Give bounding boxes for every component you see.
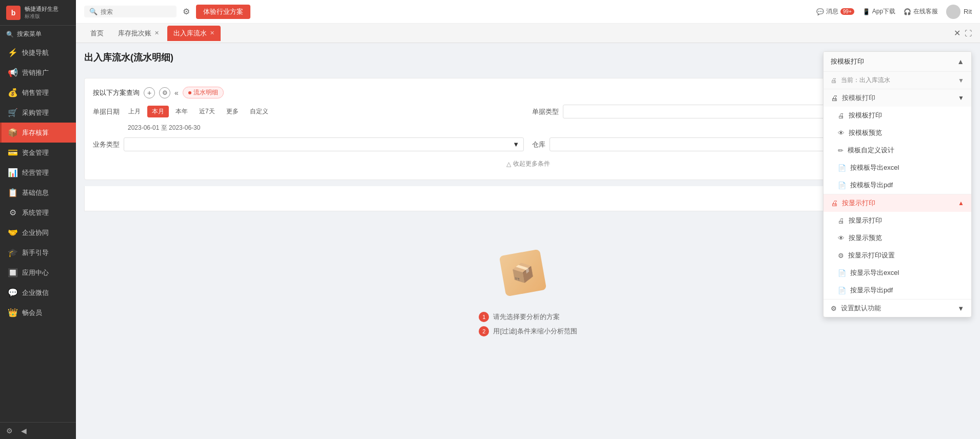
tab-home[interactable]: 首页: [84, 26, 110, 41]
template-export-excel-label: 按模板导出excel: [850, 163, 899, 172]
template-section-icon: 🖨: [831, 94, 838, 102]
type-label: 单据类型: [532, 107, 559, 116]
template-custom-label: 模板自定义设计: [848, 146, 894, 155]
user-area[interactable]: Rit: [946, 5, 972, 19]
sidebar-collapse-btn[interactable]: ◀: [21, 427, 27, 435]
sidebar-item-member[interactable]: 👑 畅会员: [0, 303, 76, 323]
empty-step-2: 2 用[过滤]条件来缩小分析范围: [479, 326, 577, 336]
app-name: 畅捷通好生意: [25, 5, 58, 13]
display-print-item[interactable]: 🖨 按显示打印: [824, 212, 971, 229]
business-type-select[interactable]: ▼: [124, 137, 524, 151]
app-logo-icon: b: [6, 6, 21, 20]
date-btn-this-month[interactable]: 本月: [147, 106, 169, 117]
message-button[interactable]: 💬 消息 99+: [816, 7, 854, 16]
online-service-button[interactable]: 🎧 在线客服: [904, 7, 938, 16]
sidebar-item-wechat[interactable]: 💬 企业微信: [0, 283, 76, 303]
sales-icon: 💰: [8, 88, 18, 97]
sidebar-item-label: 销售管理: [22, 88, 49, 97]
wechat-icon: 💬: [8, 288, 18, 297]
template-export-excel-item[interactable]: 📄 按模板导出excel: [824, 159, 971, 176]
sidebar-item-label: 经营管理: [22, 168, 49, 177]
app-name-block: 畅捷通好生意 标准版: [25, 5, 58, 20]
template-print-item[interactable]: 🖨 按模板打印: [824, 107, 971, 124]
display-export-pdf-item[interactable]: 📄 按显示导出pdf: [824, 282, 971, 299]
display-export-excel-item[interactable]: 📄 按显示导出excel: [824, 264, 971, 282]
date-btn-this-year[interactable]: 本年: [171, 106, 192, 117]
sidebar-item-sales[interactable]: 💰 销售管理: [0, 83, 76, 103]
date-label: 单据日期: [93, 107, 120, 116]
sidebar-item-inventory[interactable]: 📦 库存核算: [0, 123, 76, 143]
display-print-icon: 🖨: [838, 217, 845, 225]
template-custom-icon: ✏: [838, 147, 844, 154]
sidebar-item-operations[interactable]: 📊 经营管理: [0, 163, 76, 183]
date-field: 单据日期 上月 本月 本年 近7天 更多 自定义: [93, 106, 524, 117]
topbar-right: 💬 消息 99+ 📱 App下载 🎧 在线客服 Rit: [816, 5, 972, 19]
step-1-text: 请先选择要分析的方案: [493, 312, 560, 322]
filter-settings-button[interactable]: ⚙: [159, 87, 170, 98]
purchase-icon: 🛒: [8, 108, 18, 117]
tab-inout-flow-close[interactable]: ✕: [210, 30, 214, 36]
step-2-text: 用[过滤]条件来缩小分析范围: [493, 327, 577, 336]
sidebar-item-app-center[interactable]: 🔲 应用中心: [0, 263, 76, 283]
filter-collapse-button[interactable]: «: [174, 89, 179, 97]
basic-icon: 📋: [8, 188, 18, 197]
sidebar-item-label: 采购管理: [22, 108, 49, 117]
tab-inout-flow[interactable]: 出入库流水 ✕: [167, 26, 221, 41]
display-print-settings-item[interactable]: ⚙ 按显示打印设置: [824, 247, 971, 264]
dropdown-template-section-header[interactable]: 🖨 按模板打印 ▼: [824, 89, 971, 107]
message-badge: 99+: [840, 8, 854, 15]
sidebar-item-quick-nav[interactable]: ⚡ 快捷导航: [0, 43, 76, 63]
inventory-icon: 📦: [8, 128, 18, 137]
user-name: Rit: [964, 8, 972, 15]
sidebar-item-system[interactable]: ⚙ 系统管理: [0, 203, 76, 223]
sidebar-item-marketing[interactable]: 📢 营销推广: [0, 63, 76, 83]
date-btn-last-month[interactable]: 上月: [124, 106, 145, 117]
tabs-expand-button[interactable]: ⛶: [965, 29, 972, 37]
app-download-icon: 📱: [863, 8, 870, 15]
app-download-button[interactable]: 📱 App下载: [863, 7, 895, 16]
sidebar-item-guide[interactable]: 🎓 新手引导: [0, 243, 76, 263]
template-print-item-icon: 🖨: [838, 112, 845, 119]
sidebar-settings-btn[interactable]: ⚙: [6, 427, 13, 435]
sidebar-item-basic[interactable]: 📋 基础信息: [0, 183, 76, 203]
sidebar-item-label: 系统管理: [22, 208, 49, 217]
current-template-arrow: ▼: [958, 77, 964, 84]
template-export-pdf-icon: 📄: [838, 182, 846, 189]
sidebar: b 畅捷通好生意 标准版 🔍 搜索菜单 ⚡ 快捷导航 📢 营销推广 💰 销售管理…: [0, 0, 76, 439]
display-print-settings-icon: ⚙: [838, 252, 844, 260]
template-preview-item[interactable]: 👁 按模板预览: [824, 124, 971, 142]
display-section-label: 按显示打印: [842, 198, 875, 208]
date-btn-last-7-days[interactable]: 近7天: [194, 106, 220, 117]
topbar-search-input[interactable]: [101, 8, 162, 15]
dropdown-header-actions: ▲: [957, 57, 964, 66]
dropdown-footer[interactable]: ⚙ 设置默认功能 ▼: [824, 300, 971, 317]
template-export-pdf-item[interactable]: 📄 按模板导出pdf: [824, 176, 971, 194]
tab-batch-account-close[interactable]: ✕: [154, 30, 159, 36]
template-preview-label: 按模板预览: [849, 128, 882, 137]
filter-add-button[interactable]: +: [144, 87, 155, 98]
date-btn-more[interactable]: 更多: [222, 106, 243, 117]
sidebar-search[interactable]: 🔍 搜索菜单: [0, 26, 76, 43]
topbar-gear-icon[interactable]: ⚙: [183, 7, 190, 16]
display-preview-item[interactable]: 👁 按显示预览: [824, 229, 971, 247]
filter-tag-item[interactable]: 流水明细: [183, 87, 224, 98]
dropdown-collapse-button[interactable]: ▲: [957, 57, 964, 66]
industry-solution-button[interactable]: 体验行业方案: [196, 5, 250, 19]
template-custom-item[interactable]: ✏ 模板自定义设计: [824, 142, 971, 159]
sidebar-item-finance[interactable]: 💳 资金管理: [0, 143, 76, 163]
dropdown-display-section-header[interactable]: 🖨 按显示打印 ▲: [824, 194, 971, 212]
sidebar-item-enterprise[interactable]: 🤝 企业协同: [0, 223, 76, 243]
tabs-bar: 首页 库存批次账 ✕ 出入库流水 ✕ ✕ ⛶: [76, 24, 980, 43]
warehouse-label: 仓库: [532, 140, 545, 149]
tab-batch-account[interactable]: 库存批次账 ✕: [112, 26, 165, 41]
topbar-search-box[interactable]: 🔍: [84, 6, 177, 17]
member-icon: 👑: [8, 308, 18, 317]
sidebar-item-purchase[interactable]: 🛒 采购管理: [0, 103, 76, 123]
display-export-pdf-icon: 📄: [838, 287, 846, 294]
template-icon: 🖨: [831, 77, 837, 84]
tab-inout-flow-label: 出入库流水: [173, 29, 207, 38]
date-btn-custom[interactable]: 自定义: [245, 106, 273, 117]
quick-nav-icon: ⚡: [8, 48, 18, 57]
sidebar-item-label: 库存核算: [22, 128, 49, 137]
tabs-close-all-button[interactable]: ✕: [954, 28, 961, 38]
